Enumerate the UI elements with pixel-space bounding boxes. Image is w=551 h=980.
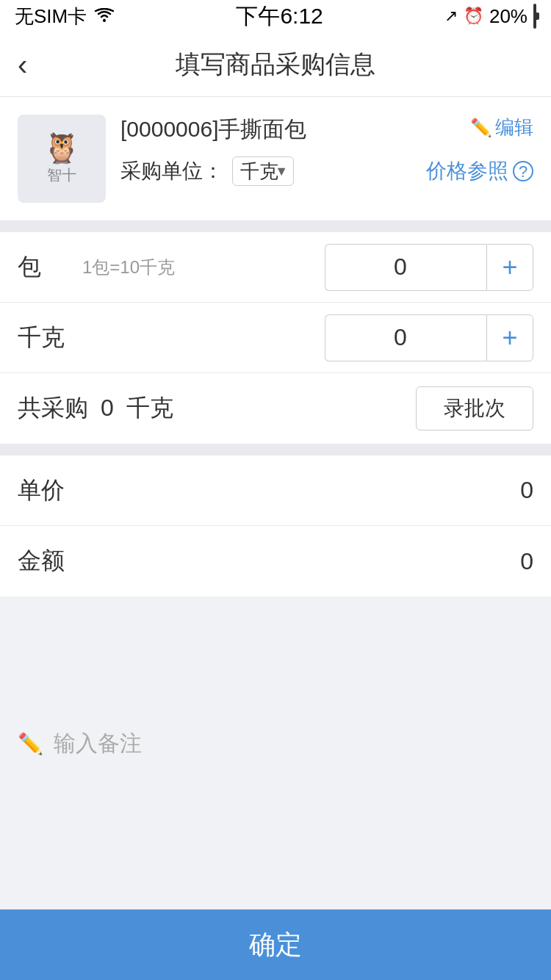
- kg-quantity-input[interactable]: [325, 314, 486, 361]
- page-title: 填写商品采购信息: [176, 48, 375, 82]
- bag-input-row: 包 1包=10千克 +: [0, 232, 551, 303]
- unit-price-label: 单价: [18, 475, 65, 507]
- total-text: 共采购 0 千克: [18, 392, 173, 425]
- unit-label-text: 采购单位：: [120, 157, 223, 185]
- amount-row: 金额 0: [0, 526, 551, 597]
- product-unit-row: 采购单位： 千克 价格参照 ?: [120, 156, 533, 186]
- status-right: ↗ ⏰ 20%: [444, 5, 536, 28]
- edit-button[interactable]: ✏️ 编辑: [470, 115, 533, 140]
- product-thumbnail: 🦉 智十: [18, 115, 106, 203]
- section-divider-2: [0, 444, 551, 455]
- wifi-icon: [94, 5, 115, 28]
- unit-select[interactable]: 千克: [232, 156, 294, 186]
- product-info: [0000006]手撕面包 ✏️ 编辑 采购单位： 千克 价格参照 ?: [120, 115, 533, 186]
- total-amount: 0: [101, 394, 114, 421]
- remark-section[interactable]: ✏️ 输入备注: [0, 597, 551, 890]
- status-time: 下午6:12: [236, 1, 323, 32]
- unit-price-value: 0: [520, 477, 533, 504]
- total-row: 共采购 0 千克 录批次: [0, 373, 551, 444]
- remark-placeholder: 输入备注: [54, 729, 142, 759]
- kg-input-row: 千克 +: [0, 303, 551, 373]
- edit-label: 编辑: [495, 115, 533, 140]
- price-ref-help-icon[interactable]: ?: [513, 161, 533, 181]
- nav-bar: ‹ 填写商品采购信息: [0, 32, 551, 97]
- product-name: [0000006]手撕面包: [120, 115, 306, 145]
- amount-value: 0: [520, 548, 533, 575]
- kg-label: 千克: [18, 322, 76, 354]
- unit-price-row: 单价 0: [0, 455, 551, 526]
- confirm-button[interactable]: 确定: [0, 909, 551, 980]
- section-divider-1: [0, 220, 551, 232]
- bag-sub-label: 1包=10千克: [82, 256, 175, 279]
- kg-input-right: +: [325, 314, 533, 361]
- battery-icon: [533, 5, 536, 28]
- carrier-text: 无SIM卡: [15, 4, 87, 29]
- back-button[interactable]: ‹: [18, 50, 27, 79]
- price-section: 单价 0 金额 0: [0, 455, 551, 597]
- owl-icon: 🦉: [43, 133, 80, 162]
- svg-point-0: [103, 19, 106, 22]
- brand-text: 智十: [47, 165, 76, 185]
- amount-label: 金额: [18, 545, 65, 577]
- price-ref-button[interactable]: 价格参照: [426, 157, 508, 185]
- location-icon: ↗: [444, 7, 458, 26]
- alarm-icon: ⏰: [464, 7, 483, 26]
- product-card: 🦉 智十 [0000006]手撕面包 ✏️ 编辑 采购单位： 千克 价格参照 ?: [0, 97, 551, 220]
- unit-select-wrap[interactable]: 千克: [232, 156, 294, 186]
- bag-quantity-input[interactable]: [325, 244, 486, 291]
- pencil-icon: ✏️: [18, 732, 43, 756]
- bag-plus-button[interactable]: +: [486, 244, 533, 291]
- bag-input-right: +: [325, 244, 533, 291]
- total-label: 共采购: [18, 394, 88, 421]
- battery-percent: 20%: [489, 5, 527, 28]
- edit-icon: ✏️: [470, 118, 492, 138]
- batch-button[interactable]: 录批次: [416, 386, 533, 430]
- status-bar: 无SIM卡 下午6:12 ↗ ⏰ 20%: [0, 0, 551, 32]
- input-section: 包 1包=10千克 + 千克 +: [0, 232, 551, 373]
- bag-label: 包: [18, 251, 76, 284]
- total-unit: 千克: [126, 394, 173, 421]
- kg-plus-button[interactable]: +: [486, 314, 533, 361]
- status-left: 无SIM卡: [15, 4, 115, 29]
